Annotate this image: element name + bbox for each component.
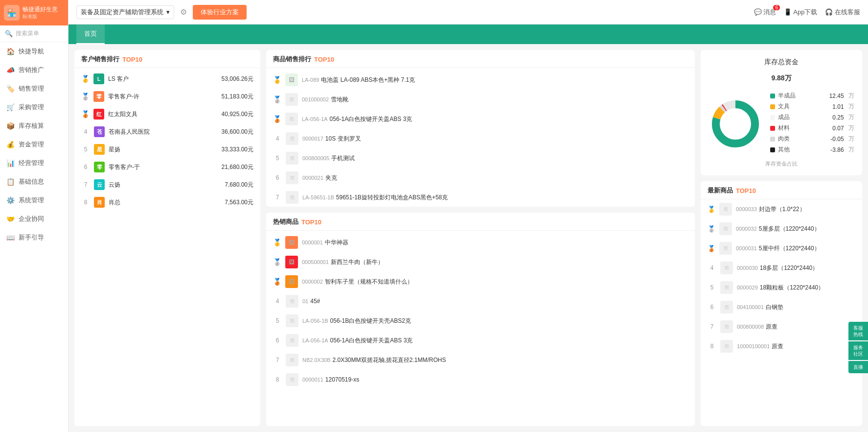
legend-name: 肉类	[778, 135, 827, 143]
search-menu[interactable]: 🔍 搜索菜单	[0, 25, 68, 42]
legend-item: 成品 0.25 万	[770, 113, 854, 121]
hot-product-item: 6 图 LA-056-1A056-1A白色按键开关盖ABS 3克	[266, 331, 695, 350]
settings-icon[interactable]: ⚙	[180, 7, 187, 17]
product-sales-item: 4 图 000001710S 变刹罗叉	[266, 129, 695, 148]
sidebar-item-purchase[interactable]: 🛒采购管理	[0, 98, 68, 117]
system-selector[interactable]: 装备及固定资产辅助管理系统 ▾	[76, 5, 174, 19]
app-download[interactable]: 📱 App下载	[784, 8, 817, 17]
sidebar-item-quick-nav[interactable]: 🏠快捷导航	[0, 42, 68, 61]
sidebar-item-system[interactable]: ⚙️系统管理	[0, 191, 68, 210]
legend-color-dot	[770, 115, 775, 120]
nav-icon-basics: 📋	[6, 177, 15, 186]
legend-name: 文具	[778, 102, 829, 111]
sidebar-item-inventory[interactable]: 📦库存核算	[0, 117, 68, 135]
customer-name: 零售客户-于	[109, 163, 218, 171]
product-thumbnail: 图	[286, 354, 298, 366]
float-live[interactable]: 直播	[848, 361, 868, 373]
customer-amount: 40,925.00元	[222, 110, 253, 119]
silver-medal-icon: 🥈	[708, 225, 715, 233]
sidebar-item-marketing[interactable]: 📣营销推广	[0, 61, 68, 79]
hot-product-item: 🥇 🖼 0000001中华神器	[266, 233, 695, 252]
legend-value: 0.25	[832, 114, 844, 121]
hot-product-info: 0000001中华神器	[302, 239, 688, 247]
nav-icon-inventory: 📦	[6, 121, 15, 130]
rank-number: 7	[81, 181, 90, 188]
product-thumbnail: 图	[286, 314, 298, 327]
legend-value: -3.86	[830, 146, 844, 153]
nav-icon-quick-nav: 🏠	[6, 47, 15, 56]
gold-medal-icon: 🥇	[273, 76, 281, 84]
sidebar-nav: 🏠快捷导航📣营销推广🏷️销售管理🛒采购管理📦库存核算💰资金管理📊经营管理📋基础信…	[0, 42, 68, 247]
float-service: 客服热线 服务社区 直播	[848, 322, 868, 373]
rank-number: 6	[273, 174, 282, 181]
customer-rank-item: 5 星 星扬 33,333.00元	[74, 141, 260, 158]
newest-products-panel: 最新商品 TOP10 🥇 图 0000033封边带（1.0*22） 🥈 图 00…	[701, 181, 862, 426]
legend-name: 成品	[778, 113, 829, 121]
legend-color-dot	[770, 126, 775, 131]
sidebar-item-basics[interactable]: 📋基础信息	[0, 172, 68, 191]
gold-medal-icon: 🥇	[708, 206, 715, 213]
product-sales-top10: TOP10	[314, 56, 334, 63]
rank-number: 8	[708, 343, 716, 350]
customer-rank-item: 🥉 红 红太阳文具 40,925.00元	[74, 105, 260, 123]
inventory-legend: 半成品 12.45 万 文具 1.01 万 成品 0.25 万 材料 0.07 …	[770, 92, 854, 156]
left-column: 客户销售排行 TOP10 🥇 L LS 客户 53,006.26元 🥈 零 零售…	[74, 50, 260, 426]
sidebar-item-enterprise[interactable]: 🤝企业协同	[0, 210, 68, 228]
legend-unit: 万	[847, 135, 854, 143]
product-sales-item: 5 图 000800005手机测试	[266, 148, 695, 168]
customer-avatar: 红	[93, 109, 104, 120]
gold-medal-icon: 🥇	[81, 75, 90, 83]
newest-product-info: 004100001白钢垫	[737, 303, 855, 312]
product-thumbnail: 🖼	[285, 73, 298, 86]
inventory-footer: 库存资金占比	[708, 160, 854, 168]
float-customer-service[interactable]: 客服热线	[848, 322, 868, 340]
nav-icon-sales: 🏷️	[6, 84, 15, 93]
product-thumbnail: 图	[719, 222, 732, 235]
sidebar-item-operations[interactable]: 📊经营管理	[0, 154, 68, 172]
newest-product-info: 000002918颗粒板（1220*2440）	[737, 284, 855, 292]
trial-button[interactable]: 体验行业方案	[193, 5, 247, 20]
sidebar-logo: 🏪 畅捷通好生意 标准版	[0, 0, 68, 25]
legend-item: 其他 -3.86 万	[770, 145, 854, 154]
float-service-community[interactable]: 服务社区	[848, 341, 868, 360]
sidebar-item-finance[interactable]: 💰资金管理	[0, 135, 68, 154]
rank-number: 4	[708, 264, 716, 271]
rank-number: 7	[708, 323, 716, 330]
legend-unit: 万	[847, 113, 854, 121]
customer-amount: 36,600.00元	[222, 128, 253, 136]
product-info: 000800005手机测试	[302, 154, 688, 163]
rank-number: 8	[273, 376, 282, 383]
main-area: 装备及固定资产辅助管理系统 ▾ ⚙ 体验行业方案 💬 消息 6 📱 App下载 …	[69, 0, 868, 432]
hot-product-info: 000500001新西兰牛肉（新牛）	[302, 258, 688, 266]
newest-product-item: 🥇 图 0000033封边带（1.0*22）	[701, 199, 862, 219]
customer-rank-item: 6 零 零售客户-于 21,680.00元	[74, 158, 260, 176]
hot-product-info: 0145#	[302, 298, 688, 305]
product-thumbnail: 图	[720, 262, 733, 274]
product-sales-item: 🥇 🖼 LA-089电池盖 LA-089 ABS本色+黑种 7.1克	[266, 70, 695, 90]
system-name-label: 装备及固定资产辅助管理系统	[81, 8, 163, 17]
hot-product-info: NB2.0X30B2.0X30MM双搓花轴,搓花直径2.1MM/ROHS	[302, 356, 688, 364]
rank-number: 6	[81, 164, 90, 170]
rank-number: 5	[81, 146, 90, 153]
legend-item: 材料 0.07 万	[770, 124, 854, 132]
legend-name: 半成品	[778, 92, 826, 100]
rank-number: 5	[273, 155, 282, 162]
bronze-medal-icon: 🥉	[81, 110, 90, 118]
hot-product-info: LA-056-1B056-1B白色按键开关壳ABS2克	[302, 317, 688, 325]
product-info: 0000021夹克	[302, 174, 688, 182]
customer-name: 红太阳文具	[108, 110, 218, 119]
legend-item: 肉类 -0.05 万	[770, 135, 854, 143]
sidebar-item-guide[interactable]: 📖新手引导	[0, 228, 68, 247]
product-info: 000001710S 变刹罗叉	[302, 135, 688, 143]
online-service[interactable]: 🎧 在线客服	[825, 8, 860, 17]
tab-home[interactable]: 首页	[76, 24, 105, 44]
silver-medal-icon: 🥈	[273, 258, 281, 266]
customer-amount: 33,333.00元	[222, 145, 253, 154]
message-badge[interactable]: 💬 消息 6	[754, 8, 777, 17]
rank-number: 5	[273, 317, 282, 324]
product-sales-item: 🥈 图 001000002雪地靴	[266, 90, 695, 109]
chevron-down-icon: ▾	[166, 8, 170, 16]
sidebar-item-sales[interactable]: 🏷️销售管理	[0, 79, 68, 98]
logo-icon: 🏪	[4, 5, 20, 21]
product-info: LA-089电池盖 LA-089 ABS本色+黑种 7.1克	[302, 76, 688, 84]
